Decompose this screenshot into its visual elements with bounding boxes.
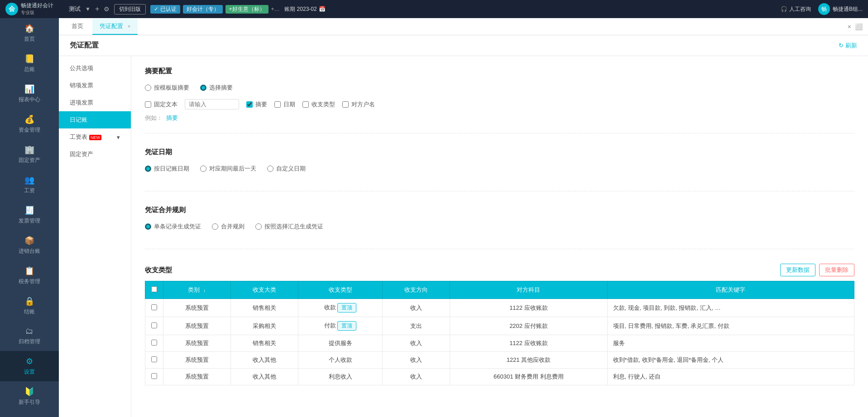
left-nav-salary[interactable]: 工资表NEW ▾ — [59, 128, 131, 146]
checkbox-income-type[interactable]: 收支类型 — [302, 100, 335, 109]
calendar-icon[interactable]: 📅 — [319, 6, 326, 12]
radio-journal-date[interactable]: 按日记账日期 — [145, 165, 189, 173]
voucher-merge-section: 凭证合并规则 单条记录生成凭证 合并规则 — [145, 206, 854, 249]
col-keywords: 匹配关键字 — [607, 281, 854, 299]
sidebar-item-invoice[interactable]: 🧾 发票管理 — [0, 200, 59, 230]
left-nav-purchase-invoice[interactable]: 进项发票 — [59, 94, 131, 111]
logo-sub: 专业版 — [21, 9, 53, 16]
cell-keywords: 收到*借款, 收到*备用金, 退回*备用金, 个人 — [607, 352, 854, 369]
radio-period-last-input[interactable] — [200, 166, 206, 172]
col-checkbox[interactable] — [145, 281, 163, 299]
radio-single-input[interactable] — [145, 223, 151, 230]
radio-select[interactable]: 选择摘要 — [200, 84, 233, 92]
refresh-button[interactable]: ↻ 刷新 — [839, 42, 857, 50]
sidebar-item-reports[interactable]: 📊 报表中心 — [0, 79, 59, 109]
batch-delete-button[interactable]: 批量删除 — [819, 264, 854, 276]
cell-checkbox[interactable] — [145, 352, 163, 369]
col-category: 类别 ↓ — [163, 281, 231, 299]
sidebar-item-close[interactable]: 🔒 结账 — [0, 291, 59, 321]
cell-checkbox[interactable] — [145, 299, 163, 317]
tab-voucher-config[interactable]: 凭证配置 × — [92, 19, 138, 35]
gear-icon[interactable]: ⚙ — [104, 5, 110, 13]
sidebar-item-tax[interactable]: 📋 税务管理 — [0, 261, 59, 291]
sidebar-item-guide[interactable]: 🔰 新手引导 — [0, 381, 59, 412]
cell-keywords: 项目, 日常费用, 报销款, 车费, 承兑汇票, 付款 — [607, 317, 854, 335]
tab-close-icon[interactable]: × — [128, 24, 130, 29]
fixed-text-input[interactable] — [185, 99, 239, 109]
radio-aggregate[interactable]: 按照选择汇总生成凭证 — [255, 223, 323, 231]
switch-version-button[interactable]: 切到旧版 — [114, 4, 146, 14]
checkbox-date-input[interactable] — [274, 101, 281, 108]
sidebar-item-assets[interactable]: 🏢 固定资产 — [0, 139, 59, 170]
left-nav-journal[interactable]: 日记账 — [59, 111, 131, 128]
cell-direction: 支出 — [383, 317, 450, 335]
funds-icon: 💰 — [24, 114, 34, 124]
checkbox-counterpart-name[interactable]: 对方户名 — [342, 100, 375, 109]
cell-direction: 收入 — [383, 299, 450, 317]
cell-type: 收款 置顶 — [298, 299, 383, 317]
home-icon: 🏠 — [24, 24, 34, 33]
checkbox-counterpart-name-input[interactable] — [342, 101, 349, 108]
right-content: 摘要配置 按模板版摘要 选择摘要 — [131, 56, 868, 417]
user-menu[interactable]: 畅 畅捷通B组... — [818, 3, 863, 15]
checkbox-fixed-text-input[interactable] — [145, 101, 151, 108]
sidebar-item-salary[interactable]: 👥 工资 — [0, 170, 59, 200]
checkbox-income-type-input[interactable] — [302, 101, 309, 108]
company-dropdown-icon[interactable]: ▼ — [85, 6, 91, 12]
checkbox-date[interactable]: 日期 — [274, 100, 295, 109]
checkbox-fixed-text[interactable]: 固定文本 — [145, 100, 177, 109]
cell-checkbox[interactable] — [145, 317, 163, 335]
tab-expand-button[interactable]: ⬜ — [855, 23, 863, 30]
radio-custom-date[interactable]: 自定义日期 — [267, 165, 306, 173]
income-type-table: 类别 ↓ 收支大类 收支类型 收支方向 对方科目 匹配关键字 — [145, 281, 854, 385]
sidebar-item-purchase[interactable]: 📦 进销台账 — [0, 230, 59, 261]
radio-custom-date-input[interactable] — [267, 166, 273, 172]
select-all-checkbox[interactable] — [151, 286, 157, 292]
guide-icon: 🔰 — [24, 387, 34, 397]
table-row: 系统预置 销售相关 提供服务 收入 1122 应收账款 服务 — [145, 335, 854, 352]
sidebar-item-ledger[interactable]: 📒 总账 — [0, 48, 59, 79]
radio-single[interactable]: 单条记录生成凭证 — [145, 223, 201, 231]
radio-template[interactable]: 按模板版摘要 — [145, 84, 189, 92]
sidebar-item-home[interactable]: 🏠 首页 — [0, 18, 59, 48]
cell-main-type: 收入其他 — [230, 352, 298, 369]
radio-merge[interactable]: 合并规则 — [212, 223, 245, 231]
service-button[interactable]: 🎧 人工咨询 — [781, 5, 811, 13]
radio-aggregate-input[interactable] — [255, 223, 262, 230]
radio-template-input[interactable] — [145, 85, 151, 91]
sidebar-label-funds: 资金管理 — [19, 126, 40, 134]
voucher-merge-radio-group: 单条记录生成凭证 合并规则 按照选择汇总生成凭证 — [145, 223, 854, 231]
update-data-button[interactable]: 更新数据 — [780, 264, 815, 276]
table-actions: 更新数据 批量删除 — [780, 264, 854, 276]
radio-journal-date-input[interactable] — [145, 166, 151, 172]
cell-main-type: 销售相关 — [230, 335, 298, 352]
sidebar-label-tax: 税务管理 — [19, 278, 40, 285]
cell-main-type: 销售相关 — [230, 299, 298, 317]
refresh-icon: ↻ — [839, 42, 844, 49]
cell-checkbox[interactable] — [145, 335, 163, 352]
left-nav-public[interactable]: 公共选项 — [59, 60, 131, 77]
sidebar-item-funds[interactable]: 💰 资金管理 — [0, 109, 59, 139]
radio-select-input[interactable] — [200, 85, 206, 91]
radio-period-last[interactable]: 对应期间最后一天 — [200, 165, 256, 173]
tab-close-window-button[interactable]: × — [848, 23, 851, 30]
add-icon[interactable]: + — [95, 5, 99, 13]
cell-category: 系统预置 — [163, 352, 231, 369]
header-middle: 测试 ▼ + ⚙ 切到旧版 ✓ 已认证 好会计（专） +好生意（标） +… 账期… — [64, 4, 781, 14]
ledger-icon: 📒 — [24, 54, 34, 64]
sidebar-item-settings[interactable]: ⚙ 设置 — [0, 351, 59, 381]
radio-merge-input[interactable] — [212, 223, 218, 230]
checkbox-summary[interactable]: 摘要 — [246, 100, 267, 109]
table-header-row: 收支类型 更新数据 批量删除 — [145, 264, 854, 276]
cell-subject: 1221 其他应收款 — [450, 352, 607, 369]
left-nav-fixed-assets[interactable]: 固定资产 — [59, 146, 131, 163]
tab-home[interactable]: 首页 — [64, 19, 91, 35]
sidebar-item-archive[interactable]: 🗂 归档管理 — [0, 321, 59, 351]
left-nav-sales-invoice[interactable]: 销项发票 — [59, 77, 131, 94]
top-tag[interactable]: 置顶 — [337, 303, 356, 313]
checkbox-summary-input[interactable] — [246, 101, 253, 108]
cell-checkbox[interactable] — [145, 369, 163, 385]
sidebar-item-member[interactable]: 👑 畅会员 — [0, 412, 59, 417]
tag-product2: +好生意（标） — [225, 5, 269, 14]
top-tag[interactable]: 置顶 — [337, 321, 356, 331]
